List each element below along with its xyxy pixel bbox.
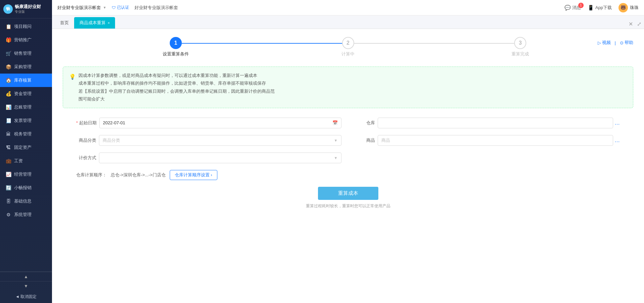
goods-more-btn[interactable]: … bbox=[614, 137, 620, 143]
info-line-3: 若【系统设置】中启用了自动调整记账日期时，会调整入库单的整单记账日期，因此重新计… bbox=[78, 87, 275, 95]
goods-input[interactable]: 商品 bbox=[378, 135, 613, 146]
warehouse-label: 仓库 bbox=[355, 120, 375, 126]
sidebar-item-jingying[interactable]: 📈经营管理 bbox=[0, 168, 52, 181]
info-box: 💡 因成本计算参数调整，或是对商品成本有疑问时，可以通过成本重算功能，重新计算一… bbox=[63, 67, 633, 108]
sidebar-menu: 📋项目顾问🎁营销推广🛒销售管理📦采购管理🏠库存核算💰资金管理📊总账管理🧾发票管理… bbox=[0, 18, 52, 271]
warehouse-order-value: 总仓->深圳仓库->...->门店仓 bbox=[111, 172, 166, 178]
category-select[interactable]: 商品分类 ▼ bbox=[99, 135, 341, 146]
sidebar-item-gudingzichan[interactable]: 🏗固定资产 bbox=[0, 141, 52, 154]
step-3-label: 重算完成 bbox=[512, 51, 529, 57]
sidebar-item-zijin[interactable]: 💰资金管理 bbox=[0, 87, 52, 100]
warehouse-order-setting-button[interactable]: 仓库计算顺序设置 › bbox=[170, 170, 217, 180]
sidebar-item-label-gudingzichan: 固定资产 bbox=[14, 144, 32, 150]
sidebar-item-fapiao[interactable]: 🧾发票管理 bbox=[0, 114, 52, 127]
tab-cost-recalc[interactable]: 商品成本重算 × bbox=[74, 17, 115, 29]
video-link[interactable]: ▷ 视频 bbox=[598, 40, 611, 46]
steps-indicator: 1 设置重算条件 2 计算中 3 重算完成 ▷ 视频 | bbox=[63, 37, 633, 57]
app-logo: 畅 畅康通好业财 专业版 bbox=[0, 0, 52, 18]
sidebar-cancel-fixed[interactable]: ◄ 取消固定 bbox=[0, 291, 52, 303]
sidebar-item-jichu[interactable]: 🗄基础信息 bbox=[0, 194, 52, 208]
form-row-3: 计价方式 ▼ bbox=[76, 153, 620, 163]
sidebar-item-kucun[interactable]: 🏠库存核算 bbox=[0, 74, 52, 87]
sidebar-item-label-fapiao: 发票管理 bbox=[14, 118, 32, 124]
sidebar-item-label-zongzhang: 总账管理 bbox=[14, 104, 32, 110]
sidebar-item-label-zijin: 资金管理 bbox=[14, 91, 32, 97]
app-edition: 专业版 bbox=[15, 9, 41, 14]
caigou-icon: 📦 bbox=[5, 64, 11, 70]
sidebar-item-label-yingxiao: 营销推广 bbox=[14, 37, 32, 43]
step-1-circle: 1 bbox=[170, 37, 182, 49]
tab-home[interactable]: 首页 bbox=[55, 17, 74, 29]
sidebar-item-caigou[interactable]: 📦采购管理 bbox=[0, 60, 52, 74]
gongzi-icon: 💼 bbox=[5, 158, 11, 164]
tab-bar: 首页 商品成本重算 × ✕ ⤢ bbox=[52, 15, 644, 29]
warehouse-order-label: 仓库计算顺序： bbox=[76, 172, 107, 178]
messages-badge: 1 bbox=[578, 3, 584, 8]
form-row-1: 起始日期 2022-07-01 📅 仓库 … bbox=[76, 118, 620, 128]
sidebar-item-label-caigou: 采购管理 bbox=[14, 64, 32, 70]
category-field: 商品分类 商品分类 ▼ bbox=[76, 135, 341, 146]
info-line-2: 成本重算过程中，影响库存账的操作均不能操作，比如进货单、销货单、库存单据不能审核… bbox=[78, 79, 275, 87]
messages-button[interactable]: 💬 消息 1 bbox=[565, 5, 581, 11]
xiaoshou-icon: 🛒 bbox=[5, 50, 11, 56]
calendar-icon[interactable]: 📅 bbox=[332, 120, 338, 125]
step-1: 1 设置重算条件 bbox=[90, 37, 262, 57]
category-placeholder: 商品分类 bbox=[103, 137, 120, 143]
tab-active-label: 商品成本重算 bbox=[79, 20, 106, 26]
app-download-button[interactable]: 📱 App下载 bbox=[588, 5, 612, 11]
sidebar-item-xiaochang[interactable]: 🔄小畅报销 bbox=[0, 181, 52, 194]
step-2-label: 计算中 bbox=[341, 51, 355, 57]
compute-button[interactable]: 重算成本 bbox=[318, 187, 378, 200]
goods-field: 商品 商品 … bbox=[355, 135, 620, 146]
warehouse-input[interactable] bbox=[378, 118, 613, 128]
form-row-2: 商品分类 商品分类 ▼ 商品 商品 … bbox=[76, 135, 620, 146]
account-name: 好业财专业版演示帐套 bbox=[57, 5, 101, 11]
expand-icon[interactable]: ⤢ bbox=[637, 21, 641, 27]
step-2-circle: 2 bbox=[342, 37, 354, 49]
start-date-input[interactable]: 2022-07-01 📅 bbox=[99, 118, 341, 128]
zongzhang-icon: 📊 bbox=[5, 104, 11, 110]
app-download-label: App下载 bbox=[595, 5, 612, 11]
jingying-icon: 📈 bbox=[5, 171, 11, 177]
sidebar-item-xiaoshou[interactable]: 🛒销售管理 bbox=[0, 47, 52, 60]
sidebar-item-xiangmu[interactable]: 📋项目顾问 bbox=[0, 20, 52, 33]
sidebar-item-label-shuiwu: 税务管理 bbox=[14, 131, 32, 137]
message-icon: 💬 bbox=[565, 5, 571, 11]
sidebar-item-shuiwu[interactable]: 🏛税务管理 bbox=[0, 127, 52, 141]
app-name: 畅康通好业财 bbox=[15, 4, 41, 9]
help-link[interactable]: ⊙ 帮助 bbox=[620, 40, 633, 46]
sidebar-item-xitong[interactable]: ⚙系统管理 bbox=[0, 208, 52, 221]
step-3: 3 重算完成 bbox=[434, 37, 606, 57]
warehouse-order-row: 仓库计算顺序： 总仓->深圳仓库->...->门店仓 仓库计算顺序设置 › bbox=[76, 170, 620, 180]
xiangmu-icon: 📋 bbox=[5, 24, 11, 30]
form-section: 起始日期 2022-07-01 📅 仓库 … 商品分类 bbox=[63, 118, 633, 180]
step-3-circle: 3 bbox=[514, 37, 526, 49]
sidebar-scroll-down[interactable]: ▼ bbox=[0, 281, 52, 291]
pricing-field: 计价方式 ▼ bbox=[76, 153, 341, 163]
jichu-icon: 🗄 bbox=[5, 198, 11, 204]
yingxiao-icon: 🎁 bbox=[5, 37, 11, 43]
close-window-icon[interactable]: ✕ bbox=[629, 21, 633, 27]
info-line-4: 围可能会扩大 bbox=[78, 95, 275, 103]
sidebar-item-gongzi[interactable]: 💼工资 bbox=[0, 154, 52, 168]
verified-text: 已认证 bbox=[117, 5, 129, 10]
account-selector[interactable]: 好业财专业版演示帐套 ▼ bbox=[57, 5, 106, 11]
sidebar-scroll-up[interactable]: ▲ bbox=[0, 272, 52, 281]
start-date-label: 起始日期 bbox=[76, 120, 97, 126]
account-dropdown-arrow: ▼ bbox=[103, 6, 106, 9]
sidebar-item-label-jichu: 基础信息 bbox=[14, 198, 32, 204]
step-1-label: 设置重算条件 bbox=[163, 51, 189, 57]
sidebar-item-zongzhang[interactable]: 📊总账管理 bbox=[0, 100, 52, 114]
sidebar-bottom: ▲ ▼ ◄ 取消固定 bbox=[0, 271, 52, 303]
sidebar-item-label-xiangmu: 项目顾问 bbox=[14, 24, 32, 30]
tab-close-icon[interactable]: × bbox=[108, 21, 110, 25]
fapiao-icon: 🧾 bbox=[5, 118, 11, 124]
steps-help: ▷ 视频 | ⊙ 帮助 bbox=[598, 40, 633, 46]
content-area: 1 设置重算条件 2 计算中 3 重算完成 ▷ 视频 | bbox=[52, 29, 644, 303]
user-avatar-button[interactable]: 🐻 珠珠 bbox=[619, 3, 639, 12]
warehouse-more-btn[interactable]: … bbox=[614, 120, 620, 126]
sidebar-item-label-gongzi: 工资 bbox=[14, 158, 23, 164]
pricing-select[interactable]: ▼ bbox=[99, 153, 341, 163]
sidebar-item-yingxiao[interactable]: 🎁营销推广 bbox=[0, 33, 52, 47]
sidebar: 畅 畅康通好业财 专业版 📋项目顾问🎁营销推广🛒销售管理📦采购管理🏠库存核算💰资… bbox=[0, 0, 52, 303]
